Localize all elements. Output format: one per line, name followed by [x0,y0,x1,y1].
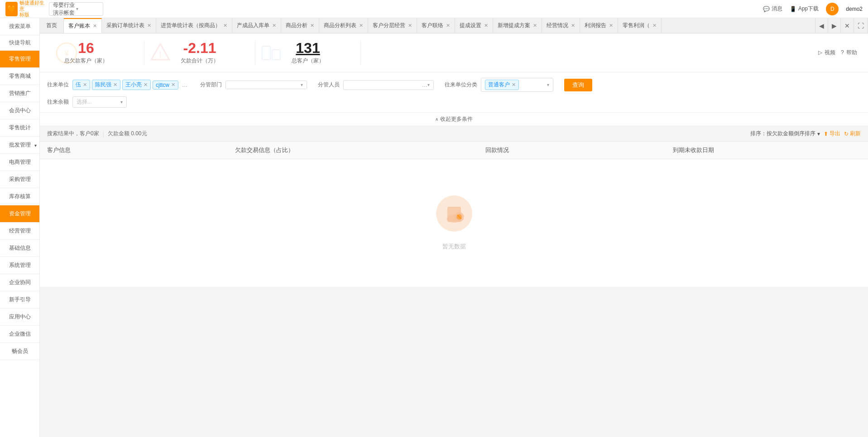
help-btn[interactable]: ? 帮助 [841,49,857,57]
sidebar-item-vip-member[interactable]: 畅会员 [0,343,39,360]
tab-scroll-right[interactable]: ▶ [828,18,841,33]
sidebar-item-retail-mall[interactable]: 零售商城 [0,68,39,85]
dept-dropdown-icon: ▾ [301,82,303,87]
tab-new-commission[interactable]: 新增提成方案 ✕ [493,18,542,33]
user-name: demo2 [846,6,863,12]
tab-close-retail-profit[interactable]: ✕ [652,23,657,28]
filter-tag-cjttcw-close[interactable]: ✕ [171,82,175,88]
tab-close-customer-contact[interactable]: ✕ [446,23,450,28]
sidebar-item-marketing[interactable]: 营销推广 [0,85,39,102]
tab-purchase-order[interactable]: 采购订单统计表 ✕ [102,18,156,33]
app-download-btn[interactable]: 📱 App下载 [790,5,819,13]
svg-rect-4 [262,46,270,60]
sidebar-item-capital[interactable]: 资金管理 [0,205,39,223]
total-debt-value: -2.11 [183,41,216,55]
category-dropdown-icon: ▾ [547,82,549,87]
tab-close-customer-segment[interactable]: ✕ [408,23,412,28]
col-header-debt: 欠款交易信息（占比） [235,146,485,154]
tab-scroll-left[interactable]: ◀ [815,18,828,33]
filter-tag-normal-customer[interactable]: 普通客户 ✕ [485,80,519,90]
result-bar: 搜索结果中，客户0家 | 欠款金额 0.00元 排序：按欠款金额倒序排序 ▾ ⬆… [40,126,868,142]
filter-tag-chen-close[interactable]: ✕ [113,82,117,88]
tab-commission-settings[interactable]: 提成设置 ✕ [455,18,493,33]
sidebar-item-basic-info[interactable]: 基础信息 [0,240,39,257]
video-icon: ▷ [818,49,822,56]
filter-tag-normal-close[interactable]: ✕ [512,82,516,88]
col-header-customer: 客户信息 [47,146,235,154]
tab-profit-report[interactable]: 利润报告 ✕ [580,18,618,33]
video-btn[interactable]: ▷ 视频 [818,49,835,57]
col-header-date: 到期未收款日期 [673,146,861,154]
tab-goods-analysis[interactable]: 商品分析 ✕ [281,18,319,33]
sidebar-item-enterprise[interactable]: 企业协同 [0,274,39,291]
filter-tag-wang[interactable]: 王小亮 ✕ [122,80,151,90]
svg-rect-5 [272,50,280,60]
tab-customer-contact[interactable]: 客户联络 ✕ [417,18,455,33]
suite-selector[interactable]: 母婴行业演示帐套 ▾ [49,2,103,16]
sidebar-item-purchase[interactable]: 采购管理 [0,171,39,188]
export-btn[interactable]: ⬆ 导出 [824,130,840,138]
sidebar-item-retail-mgmt[interactable]: 零售管理 [0,51,39,68]
filter-tag-cjttcw[interactable]: cjttcw ✕ [153,81,178,90]
sort-select[interactable]: 排序：按欠款金额倒序排序 ▾ [750,130,820,138]
tab-close-goods-stats[interactable]: ✕ [223,23,227,28]
logo-text: 畅捷通好生意 标版 [19,0,45,18]
tab-close-new-commission[interactable]: ✕ [533,23,537,28]
logo: 🧡 畅捷通好生意 标版 [5,0,45,18]
refresh-icon: ↻ [844,131,849,137]
tab-close-goods-analysis-list[interactable]: ✕ [359,23,363,28]
tab-close-profit-report[interactable]: ✕ [609,23,613,28]
sidebar-item-app-center[interactable]: 应用中心 [0,309,39,326]
filter-collapse-btn[interactable]: ∧ 收起更多条件 [40,112,868,126]
filter-tag-wu-close[interactable]: ✕ [83,82,87,88]
category-filter-label: 往来单位分类 [445,81,477,89]
empty-icon [436,195,472,232]
filter-tag-chen[interactable]: 陈民强 ✕ [92,80,120,90]
sidebar-item-wx-enterprise[interactable]: 企业微信 [0,326,39,343]
refresh-btn[interactable]: ↻ 刷新 [844,130,861,138]
sidebar-item-operations[interactable]: 经营管理 [0,223,39,240]
tab-close-purchase-order[interactable]: ✕ [147,23,151,28]
tab-fullscreen[interactable]: ⛶ [854,18,868,33]
tab-customer-book[interactable]: 客户账本 ✕ [64,18,102,33]
sidebar-item-inventory[interactable]: 库存核算 [0,188,39,205]
tab-home[interactable]: 首页 [40,18,64,33]
tab-goods-stats[interactable]: 进货单统计表（按商品） ✕ [156,18,232,33]
filter-more-btn[interactable]: … [180,81,189,89]
query-button[interactable]: 查询 [564,79,592,91]
sidebar-item-ecommerce[interactable]: 电商管理 [0,154,39,171]
sort-dropdown-icon: ▾ [817,131,820,137]
tab-cost-inbound[interactable]: 产成品入库单 ✕ [232,18,281,33]
dept-filter-select[interactable]: ▾ [225,81,307,89]
sidebar-item-member-center[interactable]: 会员中心 [0,102,39,119]
download-icon: 📱 [790,6,796,12]
tab-close-all[interactable]: ✕ [841,18,854,33]
tab-close-commission-settings[interactable]: ✕ [484,23,488,28]
sidebar-item-new-guide[interactable]: 新手引导 [0,291,39,309]
tab-customer-segment[interactable]: 客户分层经营 ✕ [368,18,417,33]
stat-total-debt-customers: ¥ 16 总欠款客户（家） [51,41,144,65]
sidebar-quick-nav[interactable]: 快捷导航 [0,35,39,51]
tab-operations-status[interactable]: 经营情况 ✕ [542,18,580,33]
sidebar-item-system[interactable]: 系统管理 [0,257,39,274]
tab-close-operations-status[interactable]: ✕ [571,23,575,28]
person-filter-select[interactable]: … ▾ [343,80,434,90]
user-avatar[interactable]: D [826,3,839,15]
sidebar-item-batch-mgmt[interactable]: 批发管理 [0,137,39,154]
tab-goods-analysis-list[interactable]: 商品分析列表 ✕ [319,18,368,33]
messages-btn[interactable]: 💬 消息 [763,5,782,13]
tab-bar-controls: ◀ ▶ ✕ ⛶ [815,18,868,33]
tab-bar: 首页 客户账本 ✕ 采购订单统计表 ✕ 进货单统计表（按商品） ✕ 产成品入库单… [40,18,868,33]
sidebar-item-retail-stats[interactable]: 零售统计 [0,119,39,137]
category-filter-select[interactable]: 普通客户 ✕ ▾ [481,78,553,92]
person-filter-more[interactable]: … [422,82,427,88]
balance-filter-select[interactable]: 选择... ▾ [72,96,127,108]
tab-close-cost-inbound[interactable]: ✕ [272,23,276,28]
tab-close-goods-analysis[interactable]: ✕ [310,23,314,28]
tab-retail-profit[interactable]: 零售利润（ ✕ [618,18,662,33]
filter-tag-wu[interactable]: 伍 ✕ [72,80,90,90]
tab-close-customer-book[interactable]: ✕ [93,23,97,29]
sidebar-search[interactable]: 搜索菜单 [0,18,39,35]
filter-tag-wang-close[interactable]: ✕ [144,82,148,88]
balance-filter-label: 往来余额 [47,98,69,106]
